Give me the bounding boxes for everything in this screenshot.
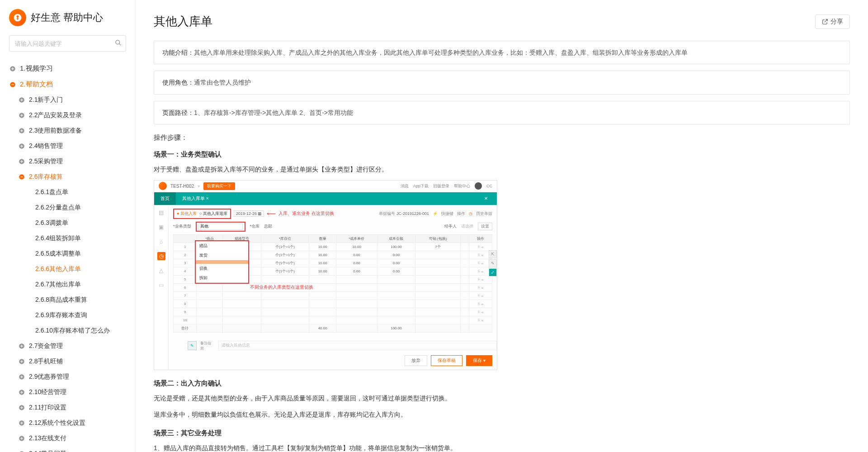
sidebar-item[interactable]: 2.6库存核算 — [9, 169, 126, 185]
ss-settings-button[interactable]: 设置 — [478, 223, 492, 230]
sidebar-item[interactable]: 2.12系统个性化设置 — [9, 415, 126, 431]
ss-biztype-dropdown[interactable] — [196, 222, 245, 232]
expand-icon — [9, 65, 16, 72]
ss-avatar-icon[interactable] — [475, 182, 482, 190]
ss-link-ops[interactable]: 操作 — [457, 211, 465, 217]
ss-nav-icon[interactable]: △ — [157, 266, 165, 275]
intro-text: 其他入库单用来处理除采购入库、产成品入库之外的其他入库业务，因此其他入库单可处理… — [194, 49, 688, 56]
ss-link-old[interactable]: 旧版登录 — [433, 183, 449, 189]
sidebar-item[interactable]: 2.6.10库存账本错了怎么办 — [9, 323, 126, 338]
sidebar-item[interactable]: 2.14常见问题 — [9, 446, 126, 452]
path-text: 1、库存核算->库存管理->其他入库单 2、首页->常用功能 — [194, 109, 353, 116]
ss-nav-icon[interactable]: ⌂ — [157, 238, 165, 246]
ss-link-help[interactable]: 帮助中心 — [454, 183, 470, 189]
sidebar-item[interactable]: 2.6.4组装拆卸单 — [9, 231, 126, 246]
ss-th: 可销 (包换) — [415, 234, 461, 243]
table-row[interactable]: 6⎘ ⌫ — [174, 283, 492, 291]
sidebar-item-label: 2.6.1盘点单 — [35, 188, 68, 196]
sidebar-item[interactable]: 2.9优惠券管理 — [9, 369, 126, 385]
ss-draft-button[interactable]: 保存草稿 — [431, 355, 462, 366]
ss-discard-button[interactable]: 放弃 — [405, 355, 427, 366]
ss-note-input[interactable]: 请输入其他信息 — [218, 341, 497, 350]
ss-tool-icon[interactable]: ⇱ — [489, 250, 497, 258]
ss-label-maker: 经手人 — [444, 224, 457, 229]
sidebar-item[interactable]: 2.6.7其他出库单 — [9, 277, 126, 292]
ss-tool-icon[interactable]: ✎ — [489, 259, 497, 267]
ss-link-msg[interactable]: 消息 — [401, 183, 409, 189]
ss-nav-icon[interactable]: ▭ — [157, 281, 165, 289]
sidebar-item[interactable]: 2.7资金管理 — [9, 338, 126, 354]
sidebar-item[interactable]: 2.2产品安装及登录 — [9, 108, 126, 123]
ss-dd-opt[interactable]: 拆卸 — [196, 273, 248, 283]
sidebar-item[interactable]: 2.4销售管理 — [9, 138, 126, 154]
sidebar-item[interactable]: 2.6.6其他入库单 — [9, 262, 126, 277]
main-content: 其他入库单 分享 功能介绍：其他入库单用来处理除采购入库、产成品入库之外的其他入… — [136, 0, 868, 452]
sidebar-item[interactable]: 2.6.3调拨单 — [9, 215, 126, 231]
expand-icon — [18, 96, 25, 104]
ss-dd-opt[interactable]: 切换 — [196, 264, 248, 273]
ss-link-shortcut[interactable]: 快捷键 — [441, 211, 453, 217]
ss-leftbar: ▤ ▣ ⌂ ◷ △ ▭ — [154, 205, 169, 370]
sidebar-item[interactable]: 2.8手机旺铺 — [9, 354, 126, 369]
table-row[interactable]: 9⎘ ⌫ — [174, 308, 492, 316]
table-row[interactable]: 8⎘ ⌫ — [174, 300, 492, 308]
role-label: 使用角色： — [162, 79, 194, 86]
ss-nav-icon[interactable]: ▣ — [157, 223, 165, 231]
ss-th: *成本单价 — [336, 234, 377, 243]
sidebar-item[interactable]: 2.3使用前数据准备 — [9, 123, 126, 138]
ss-radio-return[interactable]: ○ 其他入库退库 — [199, 211, 227, 217]
ss-docno: JC-20191226-001 — [396, 211, 429, 216]
table-row[interactable]: 10⎘ ⌫ — [174, 316, 492, 324]
page-title: 其他入库单 — [154, 14, 212, 29]
ss-tool-icon[interactable]: ⤢ — [489, 268, 497, 276]
ss-dd-opt[interactable] — [196, 260, 248, 264]
ss-dropdown-menu: 赠品 发货 切换 拆卸 — [195, 240, 249, 284]
ss-link-app[interactable]: App下载 — [413, 183, 429, 189]
ss-radio-in[interactable]: ● 其他入库 — [177, 211, 197, 217]
ss-save-button[interactable]: 保存 ▾ — [466, 355, 492, 366]
ss-nav-icon[interactable]: ◷ — [157, 252, 165, 260]
sidebar-item-label: 2.12系统个性化设置 — [29, 419, 85, 427]
expand-icon — [18, 158, 25, 165]
sidebar-item[interactable]: 2.1新手入门 — [9, 92, 126, 108]
ss-annotation-arrow-icon: ⟵ — [267, 210, 276, 217]
ss-th: 操作 — [469, 234, 492, 243]
sidebar-item[interactable]: 2.6.5成本调整单 — [9, 246, 126, 262]
sidebar-item[interactable]: 2.6.2分量盘点单 — [9, 200, 126, 215]
ss-dd-opt[interactable]: 发货 — [196, 251, 248, 260]
ss-link-history[interactable]: 历史单据 — [476, 211, 492, 217]
sidebar-item[interactable]: 2.11打印设置 — [9, 400, 126, 415]
scene2-text1: 无论是受赠，还是其他类型的业务，由于入库商品质量等原因，需要退回，这时可通过单据… — [154, 392, 850, 404]
sidebar-item[interactable]: 2.10经营管理 — [9, 385, 126, 400]
table-row[interactable]: 7⎘ ⌫ — [174, 291, 492, 300]
sidebar-item[interactable]: 2.6.8商品成本重算 — [9, 292, 126, 308]
ss-dd-opt[interactable]: 赠品 — [196, 241, 248, 251]
sidebar-item[interactable]: 2.6.9库存账本查询 — [9, 308, 126, 323]
ss-biztype-input[interactable] — [198, 224, 243, 230]
sidebar-item[interactable]: 2.5采购管理 — [9, 154, 126, 169]
sidebar-item-label: 2.5采购管理 — [29, 157, 63, 166]
sidebar-item[interactable]: 1.视频学习 — [9, 61, 126, 76]
share-button[interactable]: 分享 — [815, 14, 850, 29]
ss-nav-icon[interactable]: ▤ — [157, 209, 165, 217]
sidebar-item-label: 2.6.9库存账本查询 — [35, 311, 87, 319]
sidebar-item-label: 1.视频学习 — [20, 64, 53, 73]
sidebar-item-label: 2.帮助文档 — [20, 80, 53, 89]
search-input[interactable] — [9, 35, 126, 52]
sidebar-item[interactable]: 2.13在线支付 — [9, 431, 126, 446]
search-icon[interactable] — [115, 39, 122, 48]
ss-username: CC — [486, 184, 492, 188]
scene1-text: 对于受赠、盘盈或是拆装入库等不同的业务，是通过单据头【业务类型】进行区分。 — [154, 163, 850, 176]
ss-th — [461, 234, 469, 243]
ss-tab-home[interactable]: 首页 — [154, 192, 176, 205]
sidebar-item[interactable]: 2.帮助文档 — [9, 76, 126, 92]
nav-list: 1.视频学习2.帮助文档2.1新手入门2.2产品安装及登录2.3使用前数据准备2… — [9, 61, 126, 452]
ss-date-input[interactable]: 2019-12-26 ▦ — [234, 210, 264, 217]
ss-wh-value[interactable]: 总部 — [264, 224, 272, 229]
share-icon — [822, 19, 828, 25]
ss-tab-doc[interactable]: 其他入库单 × — [176, 192, 215, 205]
ss-maker-select[interactable]: 请选择 — [461, 224, 473, 229]
ss-buy-button[interactable]: 我要购买一下 — [203, 182, 235, 190]
ss-tabs-close-icon[interactable]: ✕ — [478, 192, 494, 205]
sidebar-item[interactable]: 2.6.1盘点单 — [9, 185, 126, 200]
